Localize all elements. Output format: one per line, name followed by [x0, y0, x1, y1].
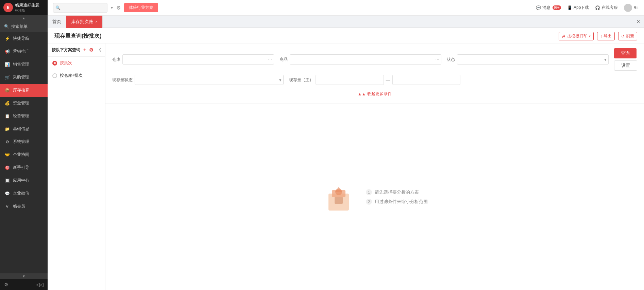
empty-tip-1: 1 请先选择要分析的方案: [366, 189, 428, 195]
stock-status-label: 现存量状态: [112, 77, 133, 83]
sidebar-footer: ⚙ ◁◁: [0, 279, 48, 290]
finance-icon: 💰: [4, 100, 10, 106]
sidebar-item-marketing[interactable]: 📢 营销推广: [0, 45, 48, 58]
svg-marker-4: [335, 187, 342, 192]
scroll-down[interactable]: ▼: [0, 273, 48, 279]
main-area: 🔍 ▾ ⚙ 体验行业方案 💬 消息 99+ 📱 App下载 🎧 在线客服 Rit: [48, 0, 644, 290]
status-field: 状态 ▾: [447, 54, 609, 65]
filter-title: 按以下方案查询 ＋ ⚙ 《: [48, 43, 105, 57]
brand-info: 畅康通好生意 标准版: [15, 3, 39, 13]
sidebar-item-wechat[interactable]: 💬 企业微信: [0, 187, 48, 200]
scroll-up[interactable]: ▲: [0, 15, 48, 21]
tip-2-num: 2: [366, 199, 372, 205]
search-icon: 🔍: [4, 24, 9, 29]
query-btn[interactable]: 查询: [614, 48, 637, 58]
sidebar-header: 6 畅康通好生意 标准版: [0, 0, 48, 15]
nav-icon: ⚡: [4, 36, 10, 42]
app-download-btn[interactable]: 📱 App下载: [567, 5, 589, 11]
filter-gear-icon[interactable]: ⚙: [89, 47, 94, 53]
collapse-row[interactable]: ▲▲ 收起更多条件: [112, 89, 637, 99]
refresh-icon: ↺: [621, 34, 625, 39]
warehouse-dots[interactable]: ···: [268, 57, 272, 62]
export-btn[interactable]: ↑ 导出: [597, 32, 615, 40]
topbar-dropdown-icon[interactable]: ▾: [111, 5, 113, 10]
tab-close-right-icon[interactable]: ×: [637, 19, 644, 25]
app-logo: 6: [3, 3, 13, 12]
print-dropdown-icon[interactable]: ▾: [589, 34, 591, 38]
page-title: 现存量查询(按批次): [54, 33, 102, 40]
appstore-icon: 🔲: [4, 178, 10, 184]
marketing-icon: 📢: [4, 49, 10, 55]
filter-item-warehouse-batch[interactable]: 按仓库+批次: [48, 69, 105, 82]
empty-tips: 1 请先选择要分析的方案 2 用过滤条件来缩小分析范围: [366, 189, 428, 205]
tab-home[interactable]: 首页: [48, 16, 66, 28]
sidebar: 6 畅康通好生意 标准版 ▲ 🔍 搜索菜单 ⚡ 快捷导航 📢 营销推广 📊 销售…: [0, 0, 48, 290]
tab-close-icon[interactable]: ×: [95, 19, 98, 24]
settings-btn[interactable]: 设置: [614, 60, 637, 71]
sidebar-item-basic[interactable]: 📁 基础信息: [0, 123, 48, 135]
phone-icon: 📱: [567, 5, 572, 10]
collab-icon: 🤝: [4, 152, 10, 158]
export-icon: ↑: [600, 34, 602, 39]
stock-status-select[interactable]: [135, 75, 284, 85]
sidebar-item-inventory[interactable]: 📦 库存核算: [0, 84, 48, 97]
filter-panel: 按以下方案查询 ＋ ⚙ 《 按批次 按仓库+批次: [48, 43, 105, 290]
goods-input[interactable]: [290, 54, 441, 65]
stock-amount-min-input[interactable]: [316, 75, 384, 85]
sales-icon: 📊: [4, 61, 10, 68]
warehouse-label: 仓库: [112, 57, 120, 62]
operation-icon: 📋: [4, 113, 10, 119]
stock-amount-range: —: [316, 75, 460, 85]
query-area: 仓库 ··· 商品 ··· 状态: [105, 43, 644, 290]
sidebar-item-operation[interactable]: 📋 经营管理: [0, 110, 48, 123]
topbar-search-icon: 🔍: [55, 5, 61, 10]
sidebar-item-nav[interactable]: ⚡ 快捷导航: [0, 32, 48, 45]
form-actions: 查询 设置: [614, 48, 637, 71]
sidebar-item-finance[interactable]: 💰 资金管理: [0, 97, 48, 110]
topbar-gear-icon[interactable]: ⚙: [116, 5, 121, 11]
status-select[interactable]: [457, 54, 609, 65]
warehouse-input-wrap: ···: [122, 54, 274, 65]
page-header: 现存量查询(按批次) 🖨 按模板打印 ▾ ↑ 导出 ↺ 刷新: [48, 28, 644, 43]
content-area: 按以下方案查询 ＋ ⚙ 《 按批次 按仓库+批次 仓库: [48, 43, 644, 290]
sidebar-item-sales[interactable]: 📊 销售管理: [0, 58, 48, 71]
stock-amount-label: 现存量（主）: [289, 77, 313, 83]
filter-collapse-icon[interactable]: 《: [97, 47, 101, 53]
stock-amount-field: 现存量（主） —: [289, 75, 460, 85]
online-service-btn[interactable]: 🎧 在线客服: [595, 5, 618, 11]
goods-dots[interactable]: ···: [435, 57, 439, 62]
print-btn[interactable]: 🖨 按模板打印 ▾: [559, 32, 594, 40]
sidebar-search[interactable]: 🔍 搜索菜单: [0, 21, 48, 32]
search-box[interactable]: 🔍: [53, 3, 107, 13]
sidebar-item-vip[interactable]: V 畅会员: [0, 200, 48, 213]
sidebar-item-collab[interactable]: 🤝 企业协同: [0, 148, 48, 161]
topbar-search-input[interactable]: [62, 5, 105, 10]
query-form: 仓库 ··· 商品 ··· 状态: [105, 43, 644, 104]
sidebar-item-guide[interactable]: 🎯 新手引导: [0, 161, 48, 174]
user-menu[interactable]: Rit: [624, 4, 639, 12]
goods-input-wrap: ···: [290, 54, 441, 65]
filter-radio-batch: [52, 61, 57, 66]
warehouse-field: 仓库 ···: [112, 54, 274, 65]
filter-add-icon[interactable]: ＋: [82, 47, 87, 53]
stock-amount-max-input[interactable]: [392, 75, 461, 85]
tab-batch-stock[interactable]: 库存批次账 ×: [66, 16, 103, 28]
avatar: [624, 4, 632, 12]
status-label: 状态: [447, 57, 455, 62]
form-row-2: 现存量状态 ▾ 现存量（主） —: [112, 75, 637, 85]
stock-status-select-wrap: ▾: [135, 75, 284, 85]
status-select-wrap: ▾: [457, 54, 609, 65]
warehouse-input[interactable]: [122, 54, 274, 65]
inventory-icon: 📦: [4, 87, 10, 93]
messages-btn[interactable]: 💬 消息 99+: [536, 5, 561, 11]
settings-icon[interactable]: ⚙: [4, 282, 9, 287]
refresh-btn[interactable]: ↺ 刷新: [618, 32, 637, 40]
topbar-right: 💬 消息 99+ 📱 App下载 🎧 在线客服 Rit: [536, 4, 639, 12]
sidebar-item-system[interactable]: ⚙ 系统管理: [0, 135, 48, 148]
collapse-sidebar-icon[interactable]: ◁◁: [36, 282, 44, 287]
filter-item-batch[interactable]: 按批次: [48, 57, 105, 69]
experience-btn[interactable]: 体验行业方案: [124, 3, 158, 12]
collapse-up-icon: ▲▲: [358, 92, 366, 96]
sidebar-item-appstore[interactable]: 🔲 应用中心: [0, 174, 48, 187]
sidebar-item-purchase[interactable]: 🛒 采购管理: [0, 71, 48, 84]
